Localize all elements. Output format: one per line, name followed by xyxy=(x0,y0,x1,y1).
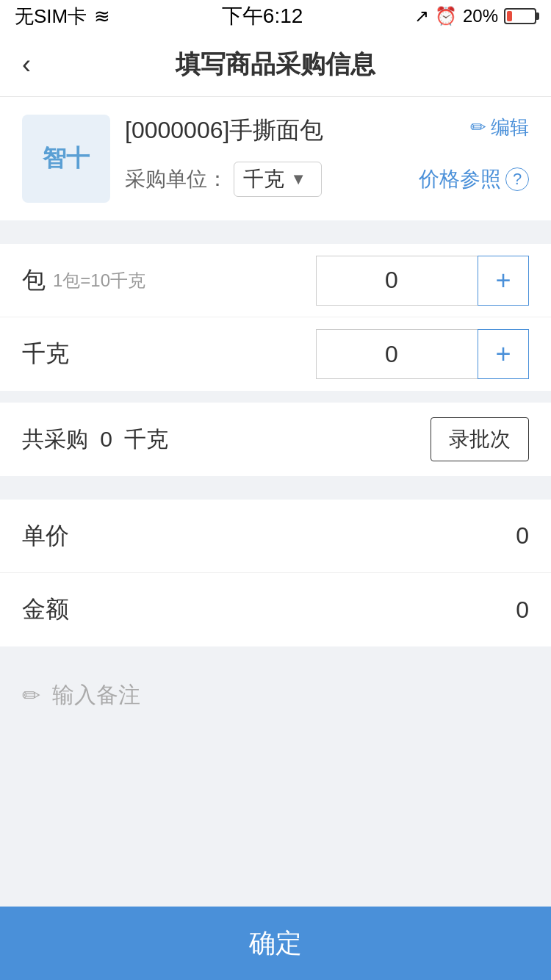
kg-row: 千克 + xyxy=(0,317,551,391)
summary-prefix: 共采购 xyxy=(22,427,88,451)
bao-input-wrap: + xyxy=(316,256,529,306)
notes-icon: ✏ xyxy=(22,682,40,708)
edit-label: 编辑 xyxy=(491,115,529,140)
bao-input[interactable] xyxy=(316,256,478,306)
kg-label: 千克 xyxy=(22,338,69,370)
status-left: 无SIM卡 ≋ xyxy=(15,4,110,29)
summary-section: 共采购 0 千克 录批次 xyxy=(0,403,551,476)
quantity-section: 包 1包=10千克 + 千克 + xyxy=(0,244,551,391)
unit-value: 千克 xyxy=(243,165,284,193)
price-ref-label: 价格参照 xyxy=(419,165,501,193)
battery-icon xyxy=(504,8,536,24)
wifi-icon: ≋ xyxy=(94,5,110,28)
bao-plus-button[interactable]: + xyxy=(478,256,529,306)
amount-value: 0 xyxy=(516,597,529,624)
amount-row: 金额 0 xyxy=(0,573,551,646)
nav-bar: ‹ 填写商品采购信息 xyxy=(0,32,551,97)
battery-percent: 20% xyxy=(463,6,498,26)
confirm-button[interactable]: 确定 xyxy=(0,907,551,980)
product-name: [0000006]手撕面包 xyxy=(125,115,323,147)
status-bar: 无SIM卡 ≋ 下午6:12 ↗ ⏰ 20% xyxy=(0,0,551,32)
bao-sublabel: 1包=10千克 xyxy=(53,269,145,292)
summary-amount: 0 xyxy=(100,427,112,451)
edit-icon: ✏ xyxy=(470,116,486,139)
price-ref-button[interactable]: 价格参照 ? xyxy=(419,165,529,193)
product-logo: 智十 xyxy=(43,143,90,175)
unit-arrow: ▼ xyxy=(290,170,306,189)
unit-prefix: 采购单位： xyxy=(125,167,228,190)
summary-suffix: 千克 xyxy=(124,427,168,451)
batch-button[interactable]: 录批次 xyxy=(431,417,529,461)
bao-row: 包 1包=10千克 + xyxy=(0,244,551,317)
product-top-row: [0000006]手撕面包 ✏ 编辑 xyxy=(125,115,529,147)
product-section: 智十 [0000006]手撕面包 ✏ 编辑 采购单位： 千克 ▼ 价格参照 ? xyxy=(0,97,551,220)
bao-label: 包 xyxy=(22,264,46,297)
kg-input-wrap: + xyxy=(316,329,529,379)
divider-2 xyxy=(0,488,551,500)
price-section: 单价 0 金额 0 xyxy=(0,500,551,646)
kg-input[interactable] xyxy=(316,329,478,379)
product-info: [0000006]手撕面包 ✏ 编辑 采购单位： 千克 ▼ 价格参照 ? xyxy=(125,115,529,197)
unit-price-row: 单价 0 xyxy=(0,500,551,573)
price-ref-icon: ? xyxy=(505,167,529,191)
page-title: 填写商品采购信息 xyxy=(176,48,375,82)
status-time: 下午6:12 xyxy=(222,2,303,30)
battery-level xyxy=(507,11,512,21)
summary-text: 共采购 0 千克 xyxy=(22,425,168,455)
amount-label: 金额 xyxy=(22,594,69,626)
unit-selector-wrap: 采购单位： 千克 ▼ xyxy=(125,162,322,197)
status-right: ↗ ⏰ 20% xyxy=(414,6,536,26)
unit-select[interactable]: 千克 ▼ xyxy=(234,162,322,197)
alarm-icon: ⏰ xyxy=(435,6,457,26)
notes-placeholder: 输入备注 xyxy=(52,680,140,710)
unit-price-label: 单价 xyxy=(22,520,69,552)
divider-1 xyxy=(0,232,551,244)
unit-price-value: 0 xyxy=(516,522,529,550)
notes-section[interactable]: ✏ 输入备注 xyxy=(0,658,551,732)
back-button[interactable]: ‹ xyxy=(22,49,31,80)
carrier-text: 无SIM卡 xyxy=(15,4,87,29)
product-image: 智十 xyxy=(22,115,110,203)
kg-plus-button[interactable]: + xyxy=(478,329,529,379)
edit-button[interactable]: ✏ 编辑 xyxy=(470,115,529,140)
product-unit-row: 采购单位： 千克 ▼ 价格参照 ? xyxy=(125,162,529,197)
location-icon: ↗ xyxy=(414,6,429,26)
